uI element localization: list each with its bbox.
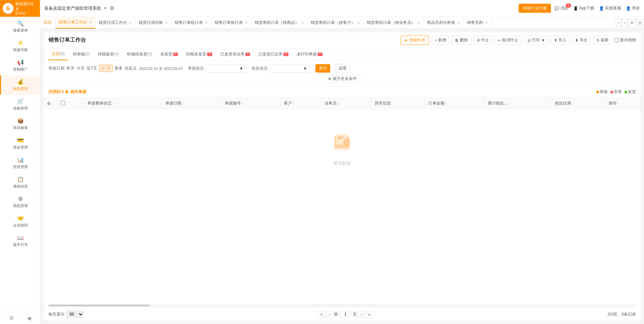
last-page-button[interactable]: » (366, 311, 373, 318)
tab-close-9[interactable]: ✕ (457, 21, 460, 25)
delete-button[interactable]: 🗑 删除 (452, 36, 471, 45)
print-button[interactable]: 🖨 打印 ▼ (524, 36, 548, 45)
tab-8[interactable]: 销货单统计表（按业务员）✕ (363, 17, 424, 29)
payment-select[interactable]: ▼ (270, 65, 310, 73)
sidebar-item-11[interactable]: 📖新手引导 (0, 231, 40, 251)
cancel-audit-button[interactable]: 弃审 (610, 89, 622, 95)
tab-close-2[interactable]: ✕ (129, 21, 132, 25)
tab-close-8[interactable]: ✕ (417, 21, 420, 25)
col-header-date[interactable]: 单据日期↕ (162, 98, 221, 109)
next-page-button[interactable]: › (358, 311, 364, 318)
sub-tab-6[interactable]: 已发货未出库0 (217, 49, 254, 60)
tab-close-5[interactable]: ✕ (245, 21, 248, 25)
tab-1[interactable]: 销售订单工作台✕ (55, 17, 95, 29)
col-header-received[interactable]: 累计收款...↕ (484, 98, 551, 109)
tab-7[interactable]: 销货单统计表（按客户）✕ (307, 17, 363, 29)
date-option-5[interactable]: 自定义 (125, 66, 137, 71)
sidebar-item-2[interactable]: 📢营销推广 (0, 56, 40, 75)
tab-close-all[interactable]: ⊡ (636, 19, 644, 27)
sub-tab-5[interactable]: 到期未发货0 (183, 49, 216, 60)
expand-conditions-button[interactable]: ▼ 展开更多条件 (324, 75, 360, 83)
tab-close-4[interactable]: ✕ (205, 21, 208, 25)
col-header-status[interactable]: 单据整体状态↕ (84, 98, 162, 109)
refresh-button[interactable]: ↻ 刷新 (593, 36, 612, 45)
tab-4[interactable]: 销售订单统计表✕ (171, 17, 211, 29)
sub-tab-7[interactable]: 已发货已出库0 (255, 49, 292, 60)
settings-button[interactable]: 设置 (336, 64, 350, 73)
tab-2[interactable]: 钱货日清工作台✕ (95, 17, 135, 29)
tab-close-7[interactable]: ✕ (357, 21, 360, 25)
sidebar-item-1[interactable]: ⚡快捷导航 (0, 36, 40, 56)
system-gear-icon[interactable]: ⚙ (110, 5, 114, 11)
sub-tab-1[interactable]: 待审核(0) (70, 49, 93, 60)
sub-tab-2[interactable]: 待拣验货(0) (94, 49, 122, 60)
sidebar-bottom: ⚙ ◀ (0, 312, 40, 324)
tab-3[interactable]: 钱货日清对账✕ (135, 17, 171, 29)
tab-scroll-left[interactable]: ‹ (616, 19, 622, 27)
sub-tab-3[interactable]: 旺铺待发货(0) (124, 49, 156, 60)
total-records: 共0页，0条记录 (607, 312, 636, 317)
date-option-3[interactable]: 近1月 (99, 65, 113, 72)
tab-0[interactable]: 首页 (40, 17, 55, 29)
col-header-customer[interactable]: 客户↕ (281, 98, 321, 109)
ship-button[interactable]: 发货 (625, 89, 636, 95)
page-number-input[interactable] (339, 311, 351, 318)
export-button[interactable]: ⬇ 导出 (572, 36, 591, 45)
sub-tab-8[interactable]: 未打印单据0 (293, 49, 326, 60)
industry-solution-button[interactable]: 体验行业方案 (519, 4, 551, 13)
scrollbar-thumb[interactable] (48, 305, 149, 307)
sidebar-settings-icon[interactable]: ⚙ (9, 315, 14, 321)
sidebar-item-5[interactable]: 📦库存核算 (0, 114, 40, 134)
first-page-button[interactable]: « (318, 311, 325, 318)
page-size-label: 每页显示 (48, 312, 65, 317)
tab-5[interactable]: 销售订单执行表✕ (211, 17, 251, 29)
tab-close-10[interactable]: ✕ (485, 21, 488, 25)
tab-9[interactable]: 商品毛利分析表✕ (424, 17, 464, 29)
audit-button[interactable]: 审核 (596, 89, 608, 95)
print-dropdown-arrow: ▼ (541, 38, 545, 43)
query-button[interactable]: 查询 (315, 64, 330, 73)
tab-close-1[interactable]: ✕ (89, 21, 92, 24)
date-option-0[interactable]: 昨天 (67, 66, 75, 71)
system-title-arrow[interactable]: ▼ (103, 6, 108, 11)
cancel-stop-button[interactable]: ↩ 取消中止 (495, 36, 521, 45)
tab-close-3[interactable]: ✕ (165, 21, 168, 25)
tab-close-6[interactable]: ✕ (301, 21, 304, 25)
tab-6[interactable]: 销货单统计表（按商品）✕ (251, 17, 307, 29)
sidebar-item-7[interactable]: 📊经营管理 (0, 153, 40, 173)
sidebar-item-10[interactable]: 🤝企业协同 (0, 212, 40, 231)
sidebar-item-9[interactable]: ⚙系统管理 (0, 192, 40, 212)
show-detail-toggle[interactable]: 显示明细 (614, 37, 636, 43)
sidebar-item-6[interactable]: 💳资金管理 (0, 134, 40, 153)
tab-scroll-right[interactable]: › (622, 19, 628, 27)
smart-generate-button[interactable]: ★ 智能生单 (400, 36, 429, 45)
sub-tab-0[interactable]: 全部(0) (48, 48, 68, 60)
online-service-action[interactable]: 👤 在线客服 (599, 5, 621, 11)
stop-button[interactable]: ⊘ 中止 (474, 36, 492, 45)
app-download-action[interactable]: 📱 App下载 (573, 5, 594, 11)
col-header-number[interactable]: 单据编号↕ (221, 98, 281, 109)
show-detail-checkbox[interactable] (614, 38, 619, 42)
user-action[interactable]: 👤 用友 (626, 5, 640, 11)
sidebar-item-8[interactable]: 📋基础信息 (0, 173, 40, 192)
add-button[interactable]: + 新增 (432, 36, 449, 45)
sub-tab-4[interactable]: 未发货0 (157, 49, 182, 60)
prev-page-button[interactable]: ‹ (327, 311, 333, 318)
sidebar-collapse-icon[interactable]: ◀ (27, 315, 31, 321)
sidebar-item-3[interactable]: 💰销售管理 (0, 75, 40, 95)
col-header-amount[interactable]: 订单金额↕ (425, 98, 484, 109)
page-size-select[interactable]: 10 20 50 100 (67, 311, 84, 318)
import-button[interactable]: ⬆ 导入 (551, 36, 569, 45)
horizontal-scrollbar[interactable] (44, 303, 641, 308)
select-all-checkbox[interactable] (61, 101, 65, 105)
date-option-4[interactable]: 更多 (115, 66, 123, 71)
tab-close-current[interactable]: ✕ (628, 19, 636, 27)
date-option-1[interactable]: 今天 (77, 66, 85, 71)
status-select[interactable]: ▼ (206, 65, 246, 73)
sidebar-item-4[interactable]: 🛒采购管理 (0, 95, 40, 114)
tab-10[interactable]: 销售毛利✕ (464, 17, 491, 29)
col-header-salesman[interactable]: 业务员↕ (321, 98, 371, 109)
sidebar-item-0[interactable]: 🔍搜索菜单 (0, 17, 40, 36)
message-action[interactable]: 💬 消息 6 (554, 5, 568, 11)
date-option-2[interactable]: 近7天 (87, 66, 97, 71)
